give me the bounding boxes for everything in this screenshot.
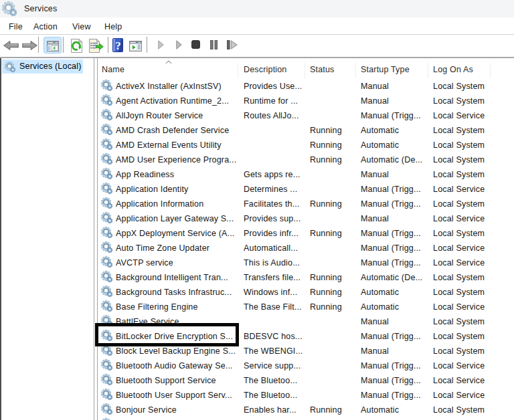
svg-text:?: ? <box>115 39 121 52</box>
